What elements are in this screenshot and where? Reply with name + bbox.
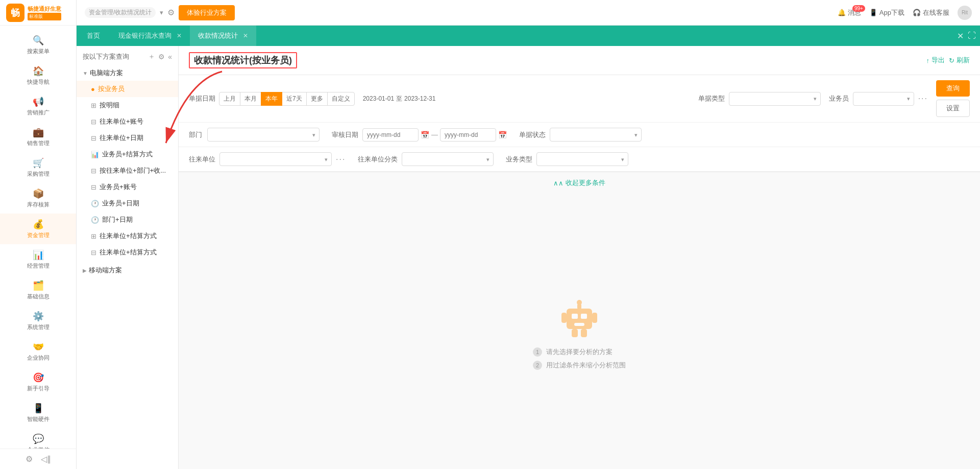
status-select[interactable] bbox=[550, 128, 642, 142]
date-label: 单据日期 bbox=[189, 94, 215, 103]
sidebar-item-system[interactable]: ⚙️ 系统管理 bbox=[0, 306, 76, 336]
query-button[interactable]: 查询 bbox=[936, 80, 970, 97]
settings-gear-icon[interactable]: ⚙ bbox=[26, 454, 33, 464]
sidebar-item-enterprise[interactable]: 🤝 企业协同 bbox=[0, 336, 76, 367]
unit-select[interactable] bbox=[219, 152, 332, 166]
sidebar-item-marketing[interactable]: 📢 营销推广 bbox=[0, 91, 76, 122]
tab-receipt-close-icon[interactable]: ✕ bbox=[243, 32, 248, 39]
scheme-salesperson-settle[interactable]: 📊 业务员+结算方式 bbox=[77, 146, 178, 162]
sidebar-item-search[interactable]: 🔍 搜索菜单 bbox=[0, 30, 76, 60]
scheme-salesperson-account-icon: ⊟ bbox=[91, 183, 96, 191]
page-header: 收款情况统计(按业务员) ↑ 导出 ↻ 刷新 bbox=[179, 46, 980, 75]
review-date-from-wrap: 📅 — 📅 bbox=[362, 128, 507, 142]
scheme-salesperson-account[interactable]: ⊟ 业务员+账号 bbox=[77, 179, 178, 195]
voucher-type-select[interactable] bbox=[729, 92, 821, 106]
unit-category-select[interactable] bbox=[402, 152, 494, 166]
tab-fullscreen-icon[interactable]: ⛶ bbox=[968, 31, 976, 40]
online-service-button[interactable]: 🎧 在线客服 bbox=[913, 8, 949, 17]
page-header-right: ↑ 导出 ↻ 刷新 bbox=[926, 56, 970, 65]
biz-type-select[interactable] bbox=[536, 152, 628, 166]
collapse-panel-icon[interactable]: « bbox=[168, 53, 172, 61]
scheme-unit-dept[interactable]: ⊟ 按往来单位+部门+收... bbox=[77, 162, 178, 179]
export-icon: ↑ bbox=[926, 57, 930, 64]
tab-receipt[interactable]: 收款情况统计 ✕ bbox=[190, 26, 256, 46]
message-button[interactable]: 🔔 消息 99+ bbox=[838, 8, 861, 17]
scheme-salesperson-date[interactable]: 🕐 业务员+日期 bbox=[77, 195, 178, 212]
tab-bank-close-icon[interactable]: ✕ bbox=[177, 32, 182, 39]
user-avatar[interactable]: Rit bbox=[958, 6, 972, 20]
scheme-unit-account[interactable]: ⊟ 往来单位+账号 bbox=[77, 113, 178, 130]
sidebar-item-operations[interactable]: 📊 经营管理 bbox=[0, 244, 76, 275]
tab-home[interactable]: 首页 bbox=[77, 26, 110, 46]
sidebar-item-basic[interactable]: 🗂️ 基础信息 bbox=[0, 275, 76, 306]
scheme-dept-date[interactable]: 🕐 部门+日期 bbox=[77, 212, 178, 228]
date-tab-thisyear[interactable]: 本年 bbox=[261, 92, 282, 106]
page-title: 收款情况统计(按业务员) bbox=[189, 52, 297, 68]
scheme-unit-settle1[interactable]: ⊞ 往来单位+结算方式 bbox=[77, 228, 178, 244]
scheme-salesperson-icon: ● bbox=[91, 85, 95, 93]
date-tab-7days[interactable]: 近7天 bbox=[282, 92, 307, 106]
scheme-unit-settle1-icon: ⊞ bbox=[91, 232, 96, 240]
voucher-type-select-wrap bbox=[729, 92, 821, 106]
app-download-button[interactable]: 📱 App下载 bbox=[869, 8, 904, 17]
date-tab-custom[interactable]: 自定义 bbox=[327, 92, 355, 106]
svg-rect-8 bbox=[572, 329, 578, 337]
refresh-button[interactable]: ↻ 刷新 bbox=[949, 56, 970, 65]
biz-type-item: 业务类型 bbox=[506, 152, 628, 166]
collapse-sidebar-icon[interactable]: ◁∥ bbox=[41, 454, 51, 464]
calendar-to-icon[interactable]: 📅 bbox=[498, 131, 507, 139]
date-tab-thismonth[interactable]: 本月 bbox=[240, 92, 261, 106]
sidebar-item-purchase[interactable]: 🛒 采购管理 bbox=[0, 152, 76, 183]
scheme-detail[interactable]: ⊞ 按明细 bbox=[77, 97, 178, 113]
left-panel-actions: ＋ ⚙ « bbox=[148, 52, 172, 61]
top-header: 资金管理/收款情况统计 ▾ ⚙ 体验行业方案 🔔 消息 99+ 📱 App下载 … bbox=[77, 0, 980, 26]
dept-item: 部门 bbox=[189, 128, 320, 142]
scheme-unit-settle2[interactable]: ⊟ 往来单位+结算方式 bbox=[77, 244, 178, 261]
salesperson-select[interactable] bbox=[853, 92, 914, 106]
logo-icon: 畅 bbox=[6, 4, 24, 22]
unit-more-icon[interactable]: ··· bbox=[336, 155, 346, 164]
date-tab-more[interactable]: 更多 bbox=[306, 92, 328, 106]
sidebar-item-inventory[interactable]: 📦 库存核算 bbox=[0, 183, 76, 214]
sidebar-item-finance[interactable]: 💰 资金管理 bbox=[0, 214, 76, 244]
action-buttons: 查询 设置 bbox=[936, 80, 970, 117]
review-date-from-input[interactable] bbox=[362, 128, 419, 142]
home-icon: 🏠 bbox=[33, 65, 44, 77]
scheme-bar-icon: 📊 bbox=[91, 151, 99, 158]
mobile-group-header[interactable]: ▶ 移动端方案 bbox=[77, 263, 178, 278]
add-scheme-icon[interactable]: ＋ bbox=[148, 52, 155, 61]
trial-btn[interactable]: 体验行业方案 bbox=[179, 5, 235, 20]
biz-type-select-wrap bbox=[536, 152, 628, 166]
sidebar-item-sales[interactable]: 💼 销售管理 bbox=[0, 122, 76, 152]
svg-rect-3 bbox=[574, 323, 584, 326]
calendar-from-icon[interactable]: 📅 bbox=[421, 131, 429, 139]
header-dropdown-icon[interactable]: ▾ bbox=[160, 9, 163, 16]
desktop-group-header[interactable]: ▼ 电脑端方案 bbox=[77, 65, 178, 81]
header-gear-icon[interactable]: ⚙ bbox=[167, 8, 175, 17]
date-tab-lastmonth[interactable]: 上月 bbox=[219, 92, 240, 106]
collapse-button[interactable]: ∧∧ 收起更多条件 bbox=[553, 178, 605, 187]
sidebar-item-quicknav[interactable]: 🏠 快捷导航 bbox=[0, 60, 76, 91]
svg-rect-7 bbox=[592, 313, 597, 323]
salesperson-more-icon[interactable]: ··· bbox=[918, 94, 928, 103]
settings-button[interactable]: 设置 bbox=[936, 100, 970, 117]
dept-select[interactable] bbox=[207, 128, 320, 142]
inventory-icon: 📦 bbox=[33, 188, 44, 199]
unit-select-wrap bbox=[219, 152, 332, 166]
unit-label: 往来单位 bbox=[189, 155, 215, 164]
sidebar-item-guide[interactable]: 🎯 新手引导 bbox=[0, 367, 76, 397]
scheme-unit-date[interactable]: ⊟ 往来单位+日期 bbox=[77, 130, 178, 146]
tab-bank[interactable]: 现金银行流水查询 ✕ bbox=[110, 26, 190, 46]
hardware-icon: 📱 bbox=[33, 403, 44, 414]
status-item: 单据状态 bbox=[519, 128, 642, 142]
filter-row-date: 单据日期 上月 本月 本年 近7天 更多 自定义 2023-01-01 至 bbox=[179, 75, 980, 123]
sidebar-item-hardware[interactable]: 📱 智能硬件 bbox=[0, 397, 76, 428]
scheme-settings-icon[interactable]: ⚙ bbox=[158, 53, 165, 61]
scheme-salesperson[interactable]: ● 按业务员 bbox=[77, 81, 178, 97]
review-date-to-input[interactable] bbox=[440, 128, 496, 142]
page-area: 按以下方案查询 ＋ ⚙ « ▼ 电脑端方案 ● 按业务员 bbox=[77, 46, 980, 469]
sidebar-item-wechat[interactable]: 💬 企业微信 bbox=[0, 428, 76, 449]
tab-close-all-icon[interactable]: ✕ bbox=[957, 31, 964, 41]
collapse-area[interactable]: ∧∧ 收起更多条件 bbox=[179, 172, 980, 194]
export-button[interactable]: ↑ 导出 bbox=[926, 56, 945, 65]
